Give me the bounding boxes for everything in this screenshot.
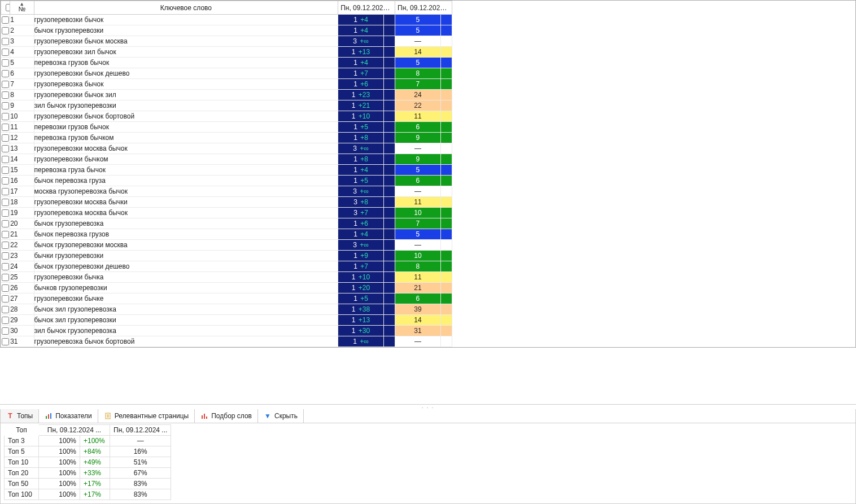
row-checkbox[interactable] [2, 242, 9, 249]
chart-icon-cell-date2[interactable] [440, 79, 452, 90]
chart-icon-cell-date2[interactable] [440, 36, 452, 47]
chart-icon-cell-date2[interactable] [440, 100, 452, 111]
table-row[interactable]: 5перевозка грузов бычок1 +45 [1, 58, 452, 68]
row-checkbox[interactable] [2, 284, 9, 292]
row-checkbox-cell[interactable] [1, 143, 10, 154]
table-row[interactable]: 7грузоперевозка бычок1 +67 [1, 79, 452, 90]
row-checkbox[interactable] [2, 59, 9, 67]
row-checkbox[interactable] [2, 91, 9, 99]
chart-icon-cell-date1[interactable] [383, 165, 395, 176]
chart-icon-cell-date2[interactable] [440, 283, 452, 293]
row-checkbox[interactable] [2, 263, 9, 270]
row-checkbox[interactable] [2, 70, 9, 77]
row-checkbox-cell[interactable] [1, 122, 10, 133]
table-row[interactable]: 24бычок грузоперевозки дешево1 +78 [1, 261, 452, 272]
table-row[interactable]: 25грузоперевозки бычка1 +1011 [1, 272, 452, 283]
row-checkbox[interactable] [2, 327, 9, 335]
chart-icon-cell-date1[interactable] [383, 47, 395, 58]
row-checkbox-cell[interactable] [1, 229, 10, 240]
table-row[interactable]: 16бычок перевозка груза1 +56 [1, 176, 452, 186]
chart-icon-cell-date1[interactable] [383, 229, 395, 240]
chart-icon-cell-date2[interactable] [440, 47, 452, 58]
row-checkbox-cell[interactable] [1, 326, 10, 336]
row-checkbox-cell[interactable] [1, 336, 10, 347]
tops-header-date1[interactable]: Пн, 09.12.2024 ... [39, 425, 110, 436]
row-checkbox-cell[interactable] [1, 47, 10, 58]
row-checkbox[interactable] [2, 27, 9, 34]
tops-header-label[interactable]: Топ [5, 425, 39, 436]
chart-icon-cell-date2[interactable] [440, 261, 452, 272]
column-header-keyword[interactable]: Ключевое слово [34, 1, 338, 15]
row-checkbox-cell[interactable] [1, 261, 10, 272]
row-checkbox-cell[interactable] [1, 25, 10, 36]
chart-icon-cell-date2[interactable] [440, 229, 452, 240]
chart-icon-cell-date1[interactable] [383, 208, 395, 218]
column-header-number[interactable]: ▲ № [10, 1, 34, 15]
chart-icon-cell-date1[interactable] [383, 143, 395, 154]
table-row[interactable]: 3грузоперевозки бычок москва3 +∞— [1, 36, 452, 47]
chart-icon-cell-date1[interactable] [383, 283, 395, 293]
table-row[interactable]: 26бычков грузоперевозки1 +2021 [1, 283, 452, 293]
table-row[interactable]: 2бычок грузоперевозки1 +45 [1, 25, 452, 36]
table-row[interactable]: 8грузоперевозки бычок зил1 +2324 [1, 90, 452, 100]
chart-icon-cell-date2[interactable] [440, 154, 452, 165]
row-checkbox-cell[interactable] [1, 208, 10, 218]
row-checkbox[interactable] [2, 16, 9, 24]
row-checkbox[interactable] [2, 295, 9, 303]
table-row[interactable]: 1грузоперевозки бычок1 +45 [1, 15, 452, 25]
table-row[interactable]: 19грузоперевозка москва бычок3 +710 [1, 208, 452, 218]
chart-icon-cell-date2[interactable] [440, 25, 452, 36]
chart-icon-cell-date2[interactable] [440, 68, 452, 79]
row-checkbox-cell[interactable] [1, 186, 10, 197]
row-checkbox[interactable] [2, 306, 9, 313]
tab-tops[interactable]: T Топы [1, 409, 39, 423]
chart-icon-cell-date1[interactable] [383, 100, 395, 111]
row-checkbox[interactable] [2, 166, 9, 174]
chart-icon-cell-date1[interactable] [383, 261, 395, 272]
table-row[interactable]: 30зил бычок грузоперевозка1 +3031 [1, 326, 452, 336]
table-row[interactable]: 21бычок перевозка грузов1 +45 [1, 229, 452, 240]
row-checkbox-cell[interactable] [1, 90, 10, 100]
chart-icon-cell-date1[interactable] [383, 293, 395, 304]
chart-icon-cell-date2[interactable] [440, 315, 452, 326]
row-checkbox-cell[interactable] [1, 218, 10, 229]
table-row[interactable]: 27грузоперевозки бычке1 +56 [1, 293, 452, 304]
column-header-date1[interactable]: Пн, 09.12.2024... [338, 1, 395, 15]
chart-icon-cell-date2[interactable] [440, 58, 452, 68]
row-checkbox[interactable] [2, 49, 9, 56]
row-checkbox-cell[interactable] [1, 165, 10, 176]
chart-icon-cell-date2[interactable] [440, 133, 452, 143]
row-checkbox-cell[interactable] [1, 58, 10, 68]
chart-icon-cell-date2[interactable] [440, 90, 452, 100]
row-checkbox[interactable] [2, 156, 9, 163]
chart-icon-cell-date1[interactable] [383, 336, 395, 347]
chart-icon-cell-date1[interactable] [383, 15, 395, 25]
column-header-date2[interactable]: Пн, 09.12.2024... [395, 1, 452, 15]
chart-icon-cell-date1[interactable] [383, 315, 395, 326]
table-row[interactable]: 28бычок зил грузоперевозка1 +3839 [1, 304, 452, 315]
row-checkbox-cell[interactable] [1, 293, 10, 304]
chart-icon-cell-date2[interactable] [440, 293, 452, 304]
chart-icon-cell-date2[interactable] [440, 304, 452, 315]
row-checkbox-cell[interactable] [1, 15, 10, 25]
row-checkbox[interactable] [2, 145, 9, 152]
chart-icon-cell-date1[interactable] [383, 197, 395, 208]
chart-icon-cell-date1[interactable] [383, 90, 395, 100]
chart-icon-cell-date2[interactable] [440, 208, 452, 218]
table-row[interactable]: 18грузоперевозки москва бычки3 +811 [1, 197, 452, 208]
row-checkbox-cell[interactable] [1, 154, 10, 165]
chart-icon-cell-date2[interactable] [440, 240, 452, 251]
chart-icon-cell-date1[interactable] [383, 240, 395, 251]
row-checkbox-cell[interactable] [1, 272, 10, 283]
row-checkbox[interactable] [2, 231, 9, 238]
row-checkbox-cell[interactable] [1, 79, 10, 90]
pane-splitter[interactable]: - - - [0, 404, 856, 409]
chart-icon-cell-date2[interactable] [440, 122, 452, 133]
row-checkbox[interactable] [2, 102, 9, 109]
table-row[interactable]: 10грузоперевозки бычок бортовой1 +1011 [1, 111, 452, 122]
chart-icon-cell-date1[interactable] [383, 218, 395, 229]
chart-icon-cell-date1[interactable] [383, 133, 395, 143]
table-row[interactable]: 31грузоперевозка бычок бортовой1 +∞— [1, 336, 452, 347]
chart-icon-cell-date1[interactable] [383, 79, 395, 90]
table-row[interactable]: 15перевозка груза бычок1 +45 [1, 165, 452, 176]
